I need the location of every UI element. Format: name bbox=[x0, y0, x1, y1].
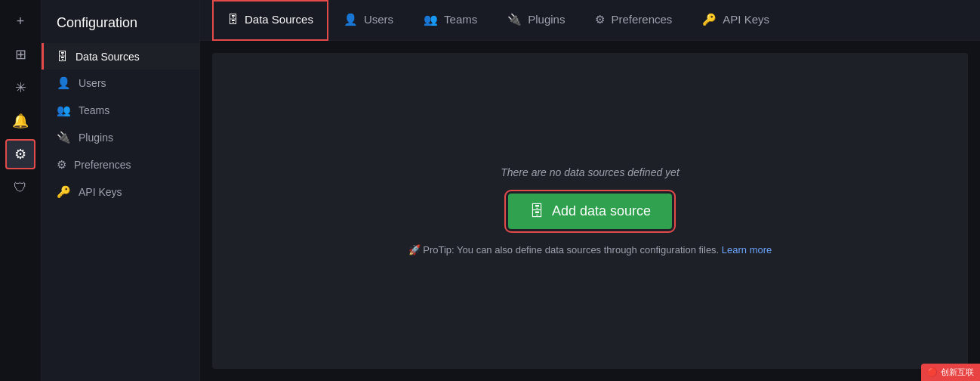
plus-icon: + bbox=[17, 14, 25, 29]
watermark-text: 创新互联 bbox=[941, 367, 974, 378]
dashboard-icon: ⊞ bbox=[15, 46, 26, 63]
tab-plugins-icon: 🔌 bbox=[507, 13, 522, 26]
main-content: 🗄 Data Sources 👤 Users 👥 Teams 🔌 Plugins… bbox=[200, 0, 980, 381]
protip-message: 🚀 ProTip: You can also define data sourc… bbox=[408, 244, 772, 256]
tab-plugins[interactable]: 🔌 Plugins bbox=[492, 0, 580, 41]
configuration-icon-button[interactable]: ⚙ bbox=[5, 139, 35, 169]
sidebar-item-data-sources-label: Data Sources bbox=[76, 51, 140, 63]
teams-nav-icon: 👥 bbox=[57, 104, 71, 117]
tab-teams[interactable]: 👥 Teams bbox=[408, 0, 492, 41]
data-sources-nav-icon: 🗄 bbox=[57, 50, 68, 63]
tab-users[interactable]: 👤 Users bbox=[328, 0, 408, 41]
add-datasource-icon: 🗄 bbox=[529, 203, 544, 220]
server-admin-icon-button[interactable]: 🛡 bbox=[5, 172, 35, 203]
users-nav-icon: 👤 bbox=[57, 76, 71, 90]
sidebar-item-teams-label: Teams bbox=[79, 104, 109, 116]
preferences-nav-icon: ⚙ bbox=[57, 158, 66, 172]
sidebar-item-teams[interactable]: 👥 Teams bbox=[42, 97, 199, 124]
dashboard-icon-button[interactable]: ⊞ bbox=[5, 39, 35, 70]
tab-data-sources[interactable]: 🗄 Data Sources bbox=[212, 0, 328, 41]
tab-preferences[interactable]: ⚙ Preferences bbox=[580, 0, 687, 41]
add-icon-button[interactable]: + bbox=[5, 6, 35, 36]
sidebar-item-preferences-label: Preferences bbox=[74, 159, 131, 171]
tab-data-sources-icon: 🗄 bbox=[227, 13, 239, 26]
sidebar-item-users[interactable]: 👤 Users bbox=[42, 70, 199, 97]
tab-teams-label: Teams bbox=[444, 13, 477, 26]
tab-data-sources-label: Data Sources bbox=[245, 13, 313, 26]
sidebar-item-users-label: Users bbox=[79, 77, 106, 89]
protip-text-content: ProTip: You can also define data sources… bbox=[423, 244, 719, 256]
tab-users-icon: 👤 bbox=[344, 13, 358, 26]
gear-icon: ⚙ bbox=[14, 146, 26, 163]
content-area: There are no data sources defined yet 🗄 … bbox=[212, 53, 968, 369]
tab-preferences-icon: ⚙ bbox=[595, 13, 605, 26]
sidebar-item-plugins[interactable]: 🔌 Plugins bbox=[42, 124, 199, 151]
tab-plugins-label: Plugins bbox=[528, 13, 565, 26]
add-datasource-label: Add data source bbox=[552, 203, 651, 219]
tab-users-label: Users bbox=[364, 13, 393, 26]
tab-api-keys[interactable]: 🔑 API Keys bbox=[687, 0, 784, 41]
bell-icon: 🔔 bbox=[12, 113, 29, 129]
add-data-source-button[interactable]: 🗄 Add data source bbox=[508, 194, 672, 229]
alerting-icon-button[interactable]: 🔔 bbox=[5, 106, 35, 136]
learn-more-link[interactable]: Learn more bbox=[722, 244, 772, 256]
tab-api-keys-label: API Keys bbox=[723, 13, 769, 26]
sidebar-item-api-keys-label: API Keys bbox=[79, 186, 122, 198]
empty-state-message: There are no data sources defined yet bbox=[501, 166, 680, 178]
shield-icon: 🛡 bbox=[14, 180, 27, 196]
sidebar-item-plugins-label: Plugins bbox=[79, 132, 113, 144]
tab-api-keys-icon: 🔑 bbox=[702, 13, 717, 26]
watermark: 🔴 创新互联 bbox=[921, 364, 980, 381]
compass-icon: ✳ bbox=[15, 79, 26, 96]
explore-icon-button[interactable]: ✳ bbox=[5, 73, 35, 103]
top-nav: 🗄 Data Sources 👤 Users 👥 Teams 🔌 Plugins… bbox=[200, 0, 980, 41]
sidebar-item-preferences[interactable]: ⚙ Preferences bbox=[42, 151, 199, 178]
sidebar-icon-panel: + ⊞ ✳ 🔔 ⚙ 🛡 bbox=[0, 0, 42, 381]
api-keys-nav-icon: 🔑 bbox=[57, 185, 71, 199]
sidebar-item-api-keys[interactable]: 🔑 API Keys bbox=[42, 178, 199, 206]
plugins-nav-icon: 🔌 bbox=[57, 131, 71, 144]
protip-icon: 🚀 bbox=[408, 244, 421, 256]
watermark-icon: 🔴 bbox=[927, 367, 938, 377]
tab-preferences-label: Preferences bbox=[611, 13, 672, 26]
tab-teams-icon: 👥 bbox=[424, 13, 438, 26]
sidebar-item-data-sources[interactable]: 🗄 Data Sources bbox=[42, 43, 199, 70]
configuration-panel: Configuration 🗄 Data Sources 👤 Users 👥 T… bbox=[42, 0, 200, 381]
config-panel-title: Configuration bbox=[42, 15, 199, 43]
